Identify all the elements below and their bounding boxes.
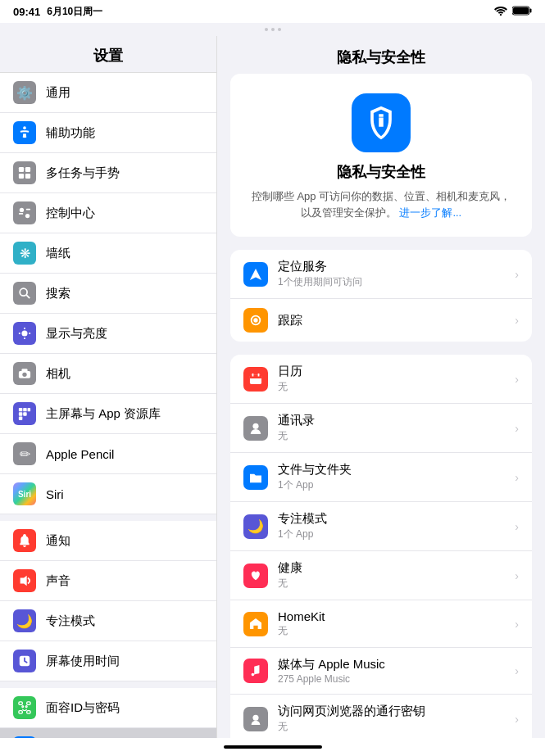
tracking-text: 跟踪 (278, 313, 508, 328)
health-title: 健康 (278, 560, 508, 576)
sidebar-item-notifications[interactable]: 通知 (0, 521, 216, 561)
files-subtitle: 1个 App (278, 478, 508, 492)
calendar-icon: 日 (243, 367, 268, 392)
faceid-icon (13, 696, 36, 719)
sidebar-item-camera[interactable]: 相机 (0, 354, 216, 394)
calendar-subtitle: 无 (278, 380, 508, 394)
right-content: 隐私与安全性 控制哪些 App 可访问你的数据、位置、相机和麦克风，以及管理安全… (217, 74, 545, 738)
web-passkeys-item[interactable]: 访问网页浏览器的通行密钥 无 › (230, 695, 532, 738)
files-text: 文件与文件夹 1个 App (278, 462, 508, 492)
camera-icon (13, 362, 36, 385)
sidebar-label-general: 通用 (46, 85, 70, 101)
sidebar-item-wallpaper[interactable]: ❋ 墙纸 (0, 233, 216, 274)
svg-point-12 (25, 214, 30, 218)
svg-point-36 (25, 706, 27, 708)
location-services-chevron: › (515, 268, 519, 281)
sidebar-label-faceid: 面容ID与密码 (46, 700, 120, 716)
sidebar-item-control[interactable]: 控制中心 (0, 193, 216, 233)
calendar-item[interactable]: 日 日历 无 › (230, 355, 532, 404)
sidebar-label-notifications: 通知 (46, 533, 70, 549)
homescreen-icon (13, 402, 36, 425)
sidebar-label-homescreen: 主屏幕与 App 资源库 (46, 406, 161, 422)
homekit-item[interactable]: HomeKit 无 › (230, 600, 532, 648)
media-music-text: 媒体与 Apple Music 275 Apple Music (278, 657, 508, 685)
svg-rect-10 (26, 209, 30, 211)
web-passkeys-chevron: › (515, 713, 519, 726)
multitasking-icon (13, 161, 36, 184)
svg-rect-33 (19, 711, 22, 714)
files-item[interactable]: 文件与文件夹 1个 App › (230, 453, 532, 502)
sidebar-item-display[interactable]: 显示与亮度 (0, 314, 216, 354)
svg-point-21 (22, 373, 26, 377)
sidebar-item-sounds[interactable]: 声音 (0, 561, 216, 601)
group-divider-2 (0, 681, 216, 688)
homekit-title: HomeKit (278, 609, 508, 623)
svg-rect-26 (19, 412, 22, 415)
media-music-subtitle: 275 Apple Music (278, 673, 508, 685)
svg-line-14 (26, 295, 30, 298)
display-icon (13, 322, 36, 345)
web-passkeys-text: 访问网页浏览器的通行密钥 无 (278, 704, 508, 734)
tracking-item[interactable]: 跟踪 › (230, 299, 532, 342)
hero-link[interactable]: 进一步了解... (399, 206, 461, 219)
sidebar-item-multitasking[interactable]: 多任务与手势 (0, 153, 216, 193)
location-services-title: 定位服务 (278, 259, 508, 274)
sidebar-item-faceid[interactable]: 面容ID与密码 (0, 688, 216, 728)
sidebar-item-homescreen[interactable]: 主屏幕与 App 资源库 (0, 394, 216, 434)
home-bar (224, 745, 322, 749)
contacts-item[interactable]: 通讯录 无 › (230, 404, 532, 453)
sidebar-item-general[interactable]: ⚙️ 通用 (0, 73, 216, 113)
svg-point-4 (23, 126, 26, 129)
sidebar-item-screentime[interactable]: 屏幕使用时间 (0, 641, 216, 681)
sidebar-label-display: 显示与亮度 (46, 326, 107, 342)
health-text: 健康 无 (278, 560, 508, 591)
hero-title: 隐私与安全性 (247, 162, 515, 182)
right-panel: 隐私与安全性 隐私与安全性 控制哪些 App 可访问你的数据、位置、相机和麦克风… (217, 36, 545, 738)
sidebar-label-focus: 专注模式 (46, 613, 95, 629)
sidebar-item-search[interactable]: 搜索 (0, 274, 216, 314)
files-chevron: › (515, 471, 519, 484)
status-bar: 09:41 6月10日周一 (0, 0, 545, 23)
svg-point-47 (253, 318, 257, 322)
media-music-chevron: › (515, 664, 519, 677)
media-music-item[interactable]: 媒体与 Apple Music 275 Apple Music › (230, 648, 532, 695)
screentime-icon (13, 650, 36, 672)
svg-point-35 (22, 706, 24, 708)
health-item[interactable]: 健康 无 › (230, 551, 532, 600)
contacts-title: 通讯录 (278, 413, 508, 428)
sidebar-item-focus[interactable]: 🌙 专注模式 (0, 601, 216, 641)
focus2-item[interactable]: 🌙 专注模式 1个 App › (230, 502, 532, 551)
general-icon: ⚙️ (13, 81, 36, 104)
svg-rect-28 (19, 417, 22, 420)
web-passkeys-subtitle: 无 (278, 720, 508, 734)
svg-text:日: 日 (252, 378, 257, 384)
location-services-item[interactable]: 定位服务 1个使用期间可访问 › (230, 250, 532, 299)
sidebar-label-wallpaper: 墙纸 (46, 246, 70, 261)
sidebar-label-search: 搜索 (46, 286, 70, 301)
svg-rect-25 (28, 408, 31, 411)
pencil-icon: ✏ (13, 442, 36, 465)
homekit-subtitle: 无 (278, 624, 508, 638)
focus2-text: 专注模式 1个 App (278, 511, 508, 541)
tracking-title: 跟踪 (278, 313, 508, 328)
focus2-chevron: › (515, 520, 519, 533)
calendar-title: 日历 (278, 364, 508, 379)
sidebar-item-siri[interactable]: Siri Siri (0, 474, 216, 514)
web-passkeys-icon (243, 707, 268, 731)
health-subtitle: 无 (278, 577, 508, 591)
focus-icon: 🌙 (13, 609, 36, 632)
sidebar-item-privacy[interactable]: 隐私与安全性 (0, 728, 216, 738)
sidebar-item-pencil[interactable]: ✏ Apple Pencil (0, 434, 216, 474)
sidebar-label-sounds: 声音 (46, 573, 70, 589)
svg-rect-34 (27, 711, 30, 714)
status-date: 6月10日周一 (47, 5, 102, 19)
right-panel-title: 隐私与安全性 (217, 36, 545, 74)
permissions-section: 日 日历 无 › 通讯录 无 › (230, 355, 532, 738)
sidebar-label-multitasking: 多任务与手势 (46, 165, 120, 181)
focus2-icon: 🌙 (243, 514, 268, 539)
sidebar-item-accessibility[interactable]: 辅助功能 (0, 113, 216, 153)
contacts-icon (243, 416, 268, 441)
svg-rect-31 (19, 702, 22, 705)
contacts-subtitle: 无 (278, 429, 508, 443)
svg-point-9 (20, 208, 24, 212)
